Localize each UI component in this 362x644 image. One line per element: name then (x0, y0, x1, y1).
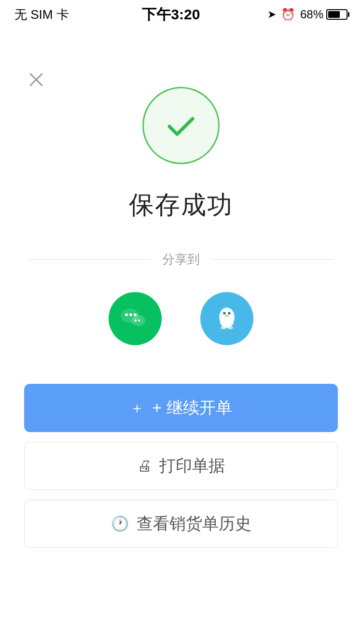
status-right: ➤ ⏰ 68% (267, 8, 348, 21)
battery-percent: 68% (300, 8, 323, 21)
battery-area: 68% (300, 8, 348, 21)
svg-point-20 (227, 326, 233, 329)
svg-point-6 (129, 313, 132, 316)
continue-order-button[interactable]: ＋ + 继续开单 (24, 384, 338, 432)
svg-point-5 (125, 313, 128, 316)
svg-point-19 (221, 326, 226, 329)
main-content: 保存成功 分享到 (0, 29, 362, 644)
printer-icon: 🖨 (137, 459, 152, 473)
success-title: 保存成功 (129, 188, 233, 222)
share-label: 分享到 (151, 251, 211, 268)
share-divider: 分享到 (0, 251, 362, 268)
view-history-button[interactable]: 🕐 查看销货单历史 (24, 500, 338, 548)
success-circle (142, 87, 220, 164)
svg-point-18 (220, 316, 234, 328)
continue-order-label: + 继续开单 (152, 397, 232, 419)
battery-fill (328, 11, 340, 18)
qq-share-button[interactable] (200, 292, 253, 345)
divider-left (29, 259, 151, 260)
action-buttons: ＋ + 继续开单 🖨 打印单据 🕐 查看销货单历史 (0, 384, 362, 548)
plus-icon: ＋ (130, 401, 144, 415)
divider-right (211, 259, 333, 260)
print-receipt-button[interactable]: 🖨 打印单据 (24, 442, 338, 490)
alarm-icon: ⏰ (281, 8, 295, 21)
battery-icon (326, 9, 348, 20)
location-icon: ➤ (267, 8, 276, 21)
print-receipt-label: 打印单据 (159, 455, 225, 477)
svg-point-10 (138, 320, 140, 322)
sim-status: 无 SIM 卡 (14, 6, 69, 23)
share-icons (109, 292, 253, 345)
share-section: 分享到 (0, 251, 362, 345)
status-time: 下午3:20 (142, 5, 200, 25)
wechat-share-button[interactable] (109, 292, 162, 345)
status-left: 无 SIM 卡 (14, 6, 75, 23)
close-button[interactable] (24, 68, 48, 92)
view-history-label: 查看销货单历史 (137, 513, 251, 535)
svg-point-9 (135, 320, 137, 322)
svg-point-16 (228, 312, 230, 314)
status-bar: 无 SIM 卡 下午3:20 ➤ ⏰ 68% (0, 0, 362, 29)
clock-icon: 🕐 (111, 517, 129, 531)
svg-point-15 (223, 312, 225, 314)
